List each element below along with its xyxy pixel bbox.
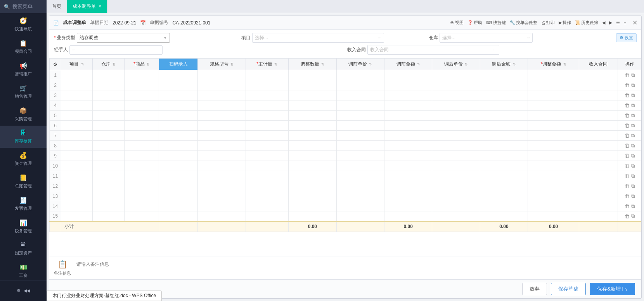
cell-product-15[interactable] xyxy=(124,211,159,221)
cell-scan-8[interactable] xyxy=(159,141,198,151)
cell-unit-9[interactable] xyxy=(246,151,289,161)
cell-after-amount-4[interactable] xyxy=(480,100,528,111)
cell-after-price-12[interactable] xyxy=(432,181,480,191)
cell-before-amount-5[interactable] xyxy=(384,111,432,121)
cell-warehouse-11[interactable] xyxy=(93,171,124,181)
cell-scan-9[interactable] xyxy=(159,151,198,161)
sidebar-item-payroll[interactable]: 💵 工资 xyxy=(0,260,47,280)
cell-spec-6[interactable] xyxy=(198,121,246,131)
print-action[interactable]: 🖨 打印 xyxy=(541,20,555,26)
cell-unit-4[interactable] xyxy=(246,100,289,111)
cell-after-price-1[interactable] xyxy=(432,70,480,80)
cell-before-price-6[interactable] xyxy=(336,121,384,131)
copy-row-7-btn[interactable]: ⧉ xyxy=(631,133,635,139)
copy-row-8-btn[interactable]: ⧉ xyxy=(631,143,635,149)
cell-before-amount-9[interactable] xyxy=(384,151,432,161)
delete-row-2-btn[interactable]: 🗑 xyxy=(625,82,630,88)
cell-adjust-qty-5[interactable] xyxy=(289,111,336,121)
delete-row-5-btn[interactable]: 🗑 xyxy=(625,112,630,118)
cell-before-price-1[interactable] xyxy=(336,70,384,80)
copy-row-11-btn[interactable]: ⧉ xyxy=(631,173,635,179)
cell-spec-8[interactable] xyxy=(198,141,246,151)
cell-after-price-14[interactable] xyxy=(432,201,480,211)
project-input[interactable]: 选择... ··· xyxy=(252,33,384,43)
cell-before-amount-4[interactable] xyxy=(384,100,432,111)
cell-scan-3[interactable] xyxy=(159,90,198,100)
delete-row-12-btn[interactable]: 🗑 xyxy=(625,183,630,189)
cell-scan-4[interactable] xyxy=(159,100,198,111)
cell-before-amount-14[interactable] xyxy=(384,201,432,211)
cell-before-price-7[interactable] xyxy=(336,131,384,141)
cell-unit-6[interactable] xyxy=(246,121,289,131)
copy-row-9-btn[interactable]: ⧉ xyxy=(631,153,635,159)
cell-warehouse-2[interactable] xyxy=(93,80,124,90)
copy-row-3-btn[interactable]: ⧉ xyxy=(631,92,635,99)
cell-after-amount-14[interactable] xyxy=(480,201,528,211)
cell-before-price-5[interactable] xyxy=(336,111,384,121)
cell-adjust-amount-4[interactable] xyxy=(528,100,579,111)
cell-unit-15[interactable] xyxy=(246,211,289,221)
cell-before-amount-7[interactable] xyxy=(384,131,432,141)
cell-adjust-qty-13[interactable] xyxy=(289,191,336,201)
tab-close-cost-adjust[interactable]: ✕ xyxy=(98,4,102,9)
cell-adjust-amount-7[interactable] xyxy=(528,131,579,141)
cell-scan-7[interactable] xyxy=(159,131,198,141)
shortcut-action[interactable]: ⌨ 快捷键 xyxy=(486,20,506,26)
cell-scan-1[interactable] xyxy=(159,70,198,80)
cell-after-amount-13[interactable] xyxy=(480,191,528,201)
cell-after-price-4[interactable] xyxy=(432,100,480,111)
handler-input[interactable]: ··· xyxy=(69,45,163,55)
cell-unit-10[interactable] xyxy=(246,161,289,171)
cell-warehouse-15[interactable] xyxy=(93,211,124,221)
delete-row-9-btn[interactable]: 🗑 xyxy=(625,153,630,159)
warehouse-input[interactable]: 选择... ··· xyxy=(440,33,533,43)
cell-product-12[interactable] xyxy=(124,181,159,191)
tab-home[interactable]: 首页 xyxy=(47,0,67,13)
delete-row-3-btn[interactable]: 🗑 xyxy=(625,92,630,98)
cell-adjust-amount-10[interactable] xyxy=(528,161,579,171)
cell-after-amount-7[interactable] xyxy=(480,131,528,141)
delete-row-15-btn[interactable]: 🗑 xyxy=(625,213,630,219)
cell-project-13[interactable] xyxy=(61,191,93,201)
cell-before-price-14[interactable] xyxy=(336,201,384,211)
cell-product-11[interactable] xyxy=(124,171,159,181)
cell-before-amount-10[interactable] xyxy=(384,161,432,171)
cell-spec-4[interactable] xyxy=(198,100,246,111)
cell-warehouse-10[interactable] xyxy=(93,161,124,171)
cell-income-contract-9[interactable] xyxy=(579,151,618,161)
cell-warehouse-7[interactable] xyxy=(93,131,124,141)
cell-before-price-12[interactable] xyxy=(336,181,384,191)
cell-after-amount-12[interactable] xyxy=(480,181,528,191)
delete-row-7-btn[interactable]: 🗑 xyxy=(625,133,630,138)
detail-view-action[interactable]: ≡ xyxy=(624,21,626,25)
cell-income-contract-15[interactable] xyxy=(579,211,618,221)
cell-adjust-amount-15[interactable] xyxy=(528,211,579,221)
cell-unit-8[interactable] xyxy=(246,141,289,151)
cell-adjust-amount-2[interactable] xyxy=(528,80,579,90)
cell-after-amount-1[interactable] xyxy=(480,70,528,80)
cell-adjust-amount-9[interactable] xyxy=(528,151,579,161)
tab-cost-adjust[interactable]: 成本调整单✕ xyxy=(67,0,107,13)
cell-before-price-4[interactable] xyxy=(336,100,384,111)
cell-after-price-8[interactable] xyxy=(432,141,480,151)
settings-button[interactable]: ⚙ 设置 xyxy=(616,33,637,42)
cell-unit-2[interactable] xyxy=(246,80,289,90)
cell-scan-12[interactable] xyxy=(159,181,198,191)
prev-action[interactable]: ◀ xyxy=(602,20,605,25)
cell-before-amount-11[interactable] xyxy=(384,171,432,181)
sidebar-item-sales-promo[interactable]: 📢 营销推广 xyxy=(0,58,47,81)
cell-income-contract-10[interactable] xyxy=(579,161,618,171)
ops-action[interactable]: ▶ 操作 xyxy=(559,20,571,26)
cell-after-amount-9[interactable] xyxy=(480,151,528,161)
discard-button[interactable]: 放弃 xyxy=(522,283,547,295)
cell-adjust-amount-1[interactable] xyxy=(528,70,579,80)
cell-before-price-8[interactable] xyxy=(336,141,384,151)
notes-icon-area[interactable]: 📋 备注信息 xyxy=(54,259,71,276)
list-view-action[interactable]: ☰ xyxy=(616,20,620,25)
delete-row-11-btn[interactable]: 🗑 xyxy=(625,173,630,179)
cell-project-5[interactable] xyxy=(61,111,93,121)
cell-warehouse-6[interactable] xyxy=(93,121,124,131)
sidebar-item-tax-mgmt[interactable]: 📊 税务管理 xyxy=(0,215,47,238)
cell-spec-11[interactable] xyxy=(198,171,246,181)
delete-row-10-btn[interactable]: 🗑 xyxy=(625,163,630,169)
